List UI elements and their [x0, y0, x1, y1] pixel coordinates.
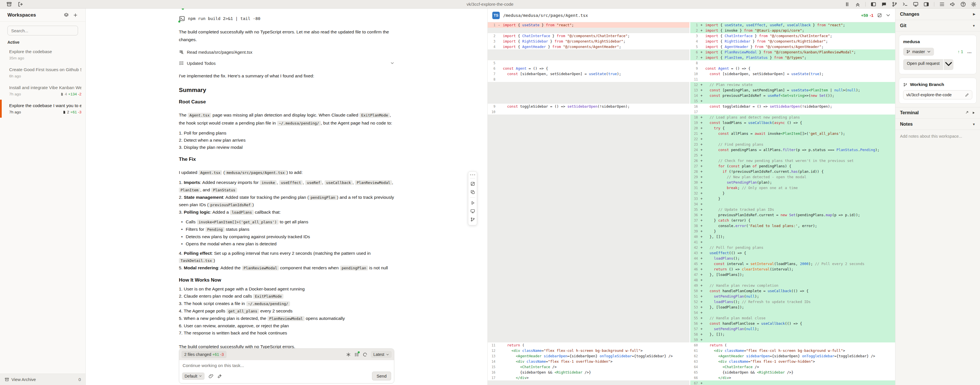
- git-section-header[interactable]: Git ▼: [896, 20, 980, 32]
- diff-toggle-icon[interactable]: [470, 181, 475, 186]
- diff-row: 3import { RightSidebar } from "@/compone…: [488, 38, 689, 44]
- megaphone-icon[interactable]: [950, 2, 955, 7]
- monitor-icon[interactable]: [913, 2, 919, 7]
- chevron-down-icon[interactable]: [390, 61, 394, 65]
- drag-handle-icon[interactable]: [470, 173, 475, 177]
- diff-marker: +: [701, 93, 705, 98]
- edit-icon[interactable]: [965, 93, 969, 97]
- line-number: 11: [488, 343, 498, 347]
- workspace-item[interactable]: Install and integrate Vibe Kanban Web C7…: [0, 82, 86, 100]
- diff-row: 22+: [690, 136, 896, 142]
- workspace-item[interactable]: Explore the codebase I want you to expl7…: [0, 100, 86, 118]
- diff-marker: +: [701, 213, 705, 217]
- play-icon[interactable]: [470, 200, 475, 205]
- chevrons-up-icon[interactable]: [855, 2, 861, 7]
- monitor-icon[interactable]: [470, 209, 475, 214]
- tool-call-row[interactable]: Updated Todos: [179, 60, 394, 66]
- diff-marker: +: [701, 256, 705, 261]
- notes-placeholder[interactable]: Add notes about this workspace...: [896, 130, 980, 143]
- diff-row: 38+ console.error('Failed to load plans:…: [690, 223, 896, 229]
- diff-row: [488, 136, 689, 142]
- attach-icon[interactable]: [208, 374, 213, 379]
- pen-icon[interactable]: [218, 374, 222, 379]
- add-workspace-icon[interactable]: [73, 13, 78, 18]
- changes-section-header[interactable]: Changes ▶: [896, 9, 980, 20]
- chat-scroll-area[interactable]: npm run build 2>&1 | tail -80The build c…: [86, 9, 487, 348]
- diff-row: 25+: [690, 153, 896, 158]
- pause-icon[interactable]: [844, 2, 850, 7]
- line-number: 60: [690, 343, 701, 347]
- terminal-icon[interactable]: [902, 2, 908, 7]
- diff-row: 55+ // Handle plan modal close: [690, 315, 896, 321]
- files-changed-chip[interactable]: 2 files changed +61 -3: [181, 351, 227, 358]
- workspace-item[interactable]: Create Good First Issues on Github So p6…: [0, 64, 86, 82]
- open-pull-request-button[interactable]: Open pull request: [903, 59, 943, 70]
- sparkle-icon[interactable]: [346, 352, 351, 357]
- search-input[interactable]: [11, 28, 74, 33]
- list-item: 3. Polling logic: Added a loadPlans call…: [179, 208, 394, 216]
- workspace-item[interactable]: Explore the codebase35m ago: [0, 46, 86, 64]
- diff-view-toggle-icon[interactable]: [877, 13, 882, 18]
- more-options-icon[interactable]: …: [967, 49, 972, 54]
- line-number: 19: [690, 121, 701, 125]
- gear-icon[interactable]: [971, 2, 977, 7]
- code-line: <ChatInterface />: [503, 365, 689, 369]
- todos-icon[interactable]: [354, 352, 359, 357]
- message-input[interactable]: Continue working on this task...: [179, 360, 394, 370]
- code-line: }, []);: [705, 234, 896, 239]
- terminal-section-header[interactable]: Terminal: [896, 107, 980, 119]
- commits-ahead-badge: ↑ 1: [958, 49, 963, 54]
- code-line: setPendingPlan(null);: [705, 327, 896, 331]
- notes-section-header[interactable]: Notes ▼: [896, 119, 980, 130]
- diff-row: [488, 234, 689, 239]
- diff-marker: +: [701, 202, 705, 206]
- view-archive-button[interactable]: View Archive 0: [0, 374, 86, 385]
- diff-marker: +: [701, 234, 705, 239]
- pull-request-dropdown[interactable]: [944, 59, 953, 70]
- diff-marker: +: [701, 332, 705, 336]
- menu-icon[interactable]: [939, 2, 945, 7]
- send-button[interactable]: Send: [372, 372, 391, 380]
- line-number: 1: [690, 23, 701, 27]
- diff-row: 58+ }, []);: [690, 332, 896, 337]
- mode-dropdown[interactable]: Default: [182, 372, 205, 380]
- latest-dropdown[interactable]: Latest: [371, 351, 392, 358]
- section-heading: Summary: [179, 86, 394, 93]
- collapse-file-icon[interactable]: [886, 13, 891, 18]
- branch-name-field[interactable]: vk/3ccf-explore-the-code: [903, 90, 972, 99]
- help-icon[interactable]: [960, 2, 966, 7]
- git-branch-icon[interactable]: [470, 217, 475, 222]
- code-line: }, [loadPlans]);: [705, 272, 896, 277]
- status-dot: [358, 351, 360, 353]
- diff-row: 65 {sidebarOpen && <RightSidebar />}: [690, 369, 896, 375]
- line-number: 15: [488, 365, 498, 369]
- expand-icon[interactable]: [964, 111, 969, 115]
- code-line: }: [705, 191, 896, 196]
- panel-right-icon[interactable]: [923, 2, 929, 7]
- diff-marker: +: [701, 164, 705, 168]
- diff-row: 54+: [690, 310, 896, 315]
- branch-selector[interactable]: master: [903, 48, 934, 56]
- files-changed-label: 2 files changed: [184, 352, 211, 357]
- diff-split-view[interactable]: 1-import { useState } from "react";2impo…: [488, 22, 895, 385]
- diff-row: [488, 191, 689, 196]
- chat-bubble-icon[interactable]: [881, 2, 887, 7]
- list-item: Calls invoke<PlanItem[]>('get_all_plans'…: [179, 218, 394, 226]
- layers-icon[interactable]: [64, 13, 69, 18]
- play-icon[interactable]: [971, 111, 975, 115]
- diff-row: 1-import { useState } from "react";: [488, 22, 689, 28]
- workspace-search[interactable]: [8, 26, 78, 35]
- line-number: 47: [690, 273, 701, 277]
- diff-file-header[interactable]: TS /medusa/medusa/src/pages/Agent.tsx +5…: [488, 9, 895, 22]
- diff-marker: +: [701, 240, 705, 244]
- line-number: 22: [690, 137, 701, 141]
- diff-row: 28+ if (!previousPlanIdsRef.current.has(…: [690, 169, 896, 174]
- tool-call-row[interactable]: Read medusa/src/pages/Agent.tsx: [179, 49, 394, 54]
- copy-icon[interactable]: [470, 189, 475, 194]
- diff-row: 19+ const loadPlans = useCallback(async …: [690, 120, 896, 126]
- git-branch-icon[interactable]: [892, 2, 897, 7]
- inline-code: useEffect: [279, 180, 302, 185]
- diff-row: [488, 158, 689, 163]
- workspace-title: Explore the codebase I want you to expl: [9, 103, 81, 108]
- panel-left-icon[interactable]: [870, 2, 876, 7]
